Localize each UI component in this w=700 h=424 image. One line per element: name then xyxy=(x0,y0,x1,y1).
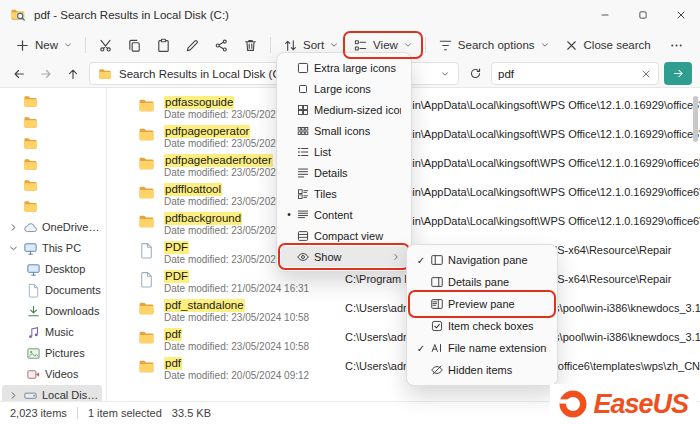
view-menu-item-compact-view[interactable]: Compact view xyxy=(281,225,407,246)
view-menu-item-show[interactable]: Show xyxy=(281,246,407,267)
minimize-button[interactable] xyxy=(586,0,624,30)
chevron-down-icon[interactable] xyxy=(440,69,450,79)
filter-icon xyxy=(438,38,453,53)
chevron-right-icon xyxy=(391,252,401,262)
sidebar-item-local-disk-c[interactable]: Local Disk (C:) xyxy=(2,385,102,401)
maximize-icon xyxy=(637,9,649,21)
close-search-button[interactable]: Close search xyxy=(557,34,658,56)
forward-button[interactable] xyxy=(35,63,57,85)
view-menu-item-content[interactable]: •Content xyxy=(281,204,407,225)
active-view-dot: • xyxy=(286,210,292,220)
rename-button[interactable] xyxy=(178,34,207,56)
show-menu-item-item-check-boxes[interactable]: Item check boxes xyxy=(411,315,553,337)
sidebar-item-desktop[interactable]: Desktop xyxy=(2,259,102,279)
view-menu-item-extra-large-icons[interactable]: Extra large icons xyxy=(281,57,407,78)
show-menu-item-file-name-extensions[interactable]: ✓File name extensions xyxy=(411,337,553,359)
file-name: PDF xyxy=(164,241,189,254)
chevron-down-icon[interactable] xyxy=(8,243,19,254)
breadcrumb-text: Search Results in Local Disk (C:) xyxy=(119,68,288,80)
clear-search-icon[interactable] xyxy=(640,68,652,80)
sidebar-item-pinned-folder[interactable] xyxy=(2,175,102,195)
selection-size: 33.5 KB xyxy=(172,407,211,419)
sidebar-item-pinned-folder[interactable] xyxy=(2,196,102,216)
sidebar-item-pinned-folder[interactable] xyxy=(2,154,102,174)
chevron-right-icon[interactable] xyxy=(8,222,19,233)
sidebar-item-downloads[interactable]: Downloads xyxy=(2,301,102,321)
file-name-extensions-icon xyxy=(430,341,444,355)
view-menu-item-tiles[interactable]: Tiles xyxy=(281,183,407,204)
extra-large-icons-icon xyxy=(296,61,310,75)
cut-button[interactable] xyxy=(91,34,120,56)
folder-icon xyxy=(137,358,156,375)
copy-button[interactable] xyxy=(120,34,149,56)
file-row[interactable]: pdf_standaloneDate modified: 23/05/2024 … xyxy=(107,299,700,328)
up-button[interactable] xyxy=(62,63,84,85)
see-more-button[interactable] xyxy=(662,34,691,56)
view-menu-item-details[interactable]: Details xyxy=(281,162,407,183)
show-menu-item-details-pane[interactable]: Details pane xyxy=(411,271,553,293)
view-menu-item-list[interactable]: List xyxy=(281,141,407,162)
scrollbar-thumb[interactable] xyxy=(693,96,698,142)
sidebar-item-videos[interactable]: Videos xyxy=(2,364,102,384)
file-name: pdfbackground xyxy=(164,212,242,225)
videos-icon xyxy=(26,367,41,382)
delete-button[interactable] xyxy=(236,34,265,56)
folder-icon xyxy=(23,94,38,109)
large-icons-icon xyxy=(296,82,310,96)
sort-label: Sort xyxy=(303,39,324,51)
show-menu-item-preview-pane[interactable]: Preview pane xyxy=(411,293,553,315)
show-menu-item-hidden-items[interactable]: Hidden items xyxy=(411,359,553,381)
vertical-scrollbar[interactable] xyxy=(692,90,699,399)
show-menu-item-navigation-pane[interactable]: ✓Navigation pane xyxy=(411,249,553,271)
folder-icon xyxy=(137,184,156,201)
refresh-button[interactable] xyxy=(464,63,486,85)
chevron-right-icon[interactable] xyxy=(8,390,19,401)
view-menu-item-small-icons[interactable]: Small icons xyxy=(281,120,407,141)
sidebar-item-pinned-folder[interactable] xyxy=(2,133,102,153)
document-icon xyxy=(26,283,41,298)
file-row[interactable]: PDFDate modified: 21/05/2024 16:31C:\Pro… xyxy=(107,270,700,299)
view-button[interactable]: View xyxy=(346,34,420,56)
share-button[interactable] xyxy=(207,34,236,56)
sidebar-item-this-pc[interactable]: This PC xyxy=(2,238,102,258)
sidebar-item-pinned-folder[interactable] xyxy=(2,112,102,132)
file-row[interactable]: pdfDate modified: 23/05/2024 10:58C:\Use… xyxy=(107,328,700,357)
file-name: pdfassoguide xyxy=(164,96,234,109)
close-search-label: Close search xyxy=(584,39,651,51)
close-icon xyxy=(675,9,687,21)
search-options-button[interactable]: Search options xyxy=(431,34,557,56)
easeus-logo-icon xyxy=(558,389,588,419)
search-input[interactable] xyxy=(498,68,636,80)
file-name: pdf xyxy=(164,328,182,341)
folder-icon xyxy=(23,157,38,172)
folder-icon xyxy=(137,126,156,143)
folder-icon xyxy=(137,300,156,317)
sidebar-item-pictures[interactable]: Pictures xyxy=(2,343,102,363)
rename-icon xyxy=(185,38,200,53)
item-count: 2,023 items xyxy=(10,407,67,419)
sidebar-item-documents[interactable]: Documents xyxy=(2,280,102,300)
sidebar-item-pinned-folder[interactable] xyxy=(2,91,102,111)
folder-icon xyxy=(23,136,38,151)
paste-button[interactable] xyxy=(149,34,178,56)
file-date: Date modified: 21/05/2024 16:31 xyxy=(164,283,309,295)
back-button[interactable] xyxy=(8,63,30,85)
view-menu-item-medium-icons[interactable]: Medium-sized icons xyxy=(281,99,407,120)
new-button[interactable]: New xyxy=(8,34,80,56)
checkmark-icon: ✓ xyxy=(416,255,426,266)
window-icon xyxy=(10,7,26,23)
file-date: Date modified: 20/05/2024 09:12 xyxy=(164,370,309,382)
show-icon xyxy=(296,250,310,264)
sidebar-item-music[interactable]: Music xyxy=(2,322,102,342)
details-pane-icon xyxy=(430,275,444,289)
close-button[interactable] xyxy=(662,0,700,30)
preview-pane-icon xyxy=(430,297,444,311)
search-options-label: Search options xyxy=(458,39,535,51)
content-view-icon xyxy=(296,208,310,222)
file-name: pdf_standalone xyxy=(164,299,245,312)
search-go-button[interactable] xyxy=(664,62,692,85)
sidebar-item-onedrive[interactable]: OneDrive - Personal xyxy=(2,217,102,237)
maximize-button[interactable] xyxy=(624,0,662,30)
view-menu-item-large-icons[interactable]: Large icons xyxy=(281,78,407,99)
file-row[interactable]: pdfDate modified: 20/05/2024 09:12C:\Use… xyxy=(107,357,700,386)
